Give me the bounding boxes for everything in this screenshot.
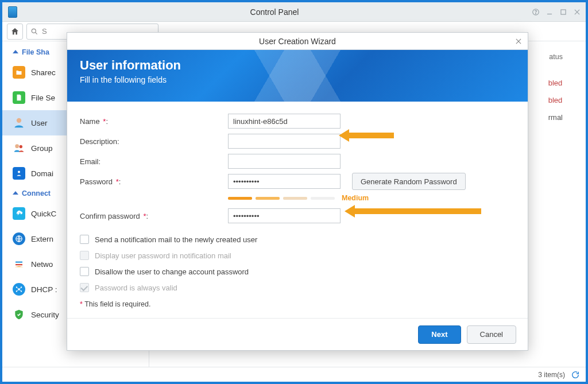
- label-name: Name *:: [80, 117, 228, 126]
- checkbox-checked-icon: [80, 283, 89, 292]
- checkbox-password-always-valid: Password is always valid: [80, 280, 515, 296]
- confirm-password-input[interactable]: [228, 208, 341, 223]
- cancel-button[interactable]: Cancel: [467, 325, 516, 344]
- svg-point-11: [18, 171, 20, 173]
- control-panel-window: Control Panel S: [0, 0, 588, 384]
- minimize-icon[interactable]: [546, 8, 554, 16]
- table-row[interactable]: bled: [548, 92, 563, 109]
- window-title: Control Panel: [17, 7, 532, 17]
- group-icon: [13, 142, 25, 154]
- footer: 3 item(s): [2, 367, 586, 382]
- checkbox-display-password: Display user password in notification ma…: [80, 247, 515, 263]
- password-strength-label: Medium: [342, 194, 369, 202]
- description-input[interactable]: [228, 134, 341, 149]
- titlebar: Control Panel: [2, 2, 586, 22]
- svg-point-10: [20, 145, 22, 148]
- file-services-icon: [13, 91, 25, 104]
- checkbox-notify-user[interactable]: Send a notification mail to the newly cr…: [80, 231, 515, 247]
- svg-point-1: [536, 13, 536, 14]
- svg-rect-3: [561, 9, 566, 14]
- name-input[interactable]: [228, 114, 341, 129]
- close-icon[interactable]: [573, 8, 581, 16]
- user-creation-wizard: User Creation Wizard User information Fi…: [67, 32, 528, 351]
- maximize-icon[interactable]: [559, 8, 567, 16]
- help-icon[interactable]: [532, 8, 540, 16]
- folder-shared-icon: [13, 66, 25, 79]
- modal-body: Name *: Description: Email: Password *: …: [67, 102, 528, 318]
- password-strength-meter: Medium: [228, 193, 515, 203]
- domain-icon: [13, 167, 25, 180]
- dhcp-icon: [13, 283, 25, 296]
- svg-point-6: [32, 29, 36, 33]
- search-icon: [30, 28, 38, 36]
- modal-titlebar: User Creation Wizard: [67, 33, 528, 50]
- banner-heading: User information: [80, 58, 515, 73]
- app-logo-icon: [8, 6, 17, 18]
- email-input[interactable]: [228, 154, 341, 169]
- required-hint: * This field is required.: [80, 300, 515, 308]
- checkbox-disallow-change[interactable]: Disallow the user to change account pass…: [80, 263, 515, 280]
- table-row[interactable]: bled: [548, 75, 563, 92]
- search-placeholder: S: [42, 27, 47, 36]
- next-button[interactable]: Next: [418, 325, 461, 344]
- password-input[interactable]: [228, 174, 341, 189]
- user-icon: [13, 117, 25, 129]
- label-email: Email:: [80, 157, 228, 166]
- network-icon: [13, 258, 25, 270]
- banner-subtitle: Fill in the following fields: [80, 75, 515, 84]
- refresh-icon[interactable]: [571, 370, 580, 379]
- chevron-up-icon: [13, 50, 18, 53]
- checkbox-icon: [80, 235, 89, 244]
- home-button[interactable]: [7, 24, 23, 40]
- svg-point-9: [15, 144, 19, 148]
- globe-icon: [13, 232, 25, 245]
- shield-icon: [13, 308, 25, 321]
- modal-banner: User information Fill in the following f…: [67, 50, 528, 102]
- table-row[interactable]: rmal: [548, 109, 563, 126]
- checkbox-icon: [80, 267, 89, 276]
- generate-password-button[interactable]: Generate Random Password: [352, 173, 466, 190]
- quickconnect-icon: [13, 207, 25, 220]
- checkbox-icon: [80, 251, 89, 260]
- svg-line-7: [35, 32, 37, 34]
- modal-close-button[interactable]: [513, 36, 524, 47]
- svg-point-8: [17, 118, 21, 123]
- label-password: Password *:: [80, 177, 228, 186]
- column-header-status: atus: [549, 53, 563, 61]
- status-column: bled bled rmal: [548, 75, 563, 126]
- label-confirm: Confirm password *:: [80, 212, 228, 220]
- item-count: 3 item(s): [538, 371, 565, 379]
- modal-footer: Next Cancel: [67, 318, 528, 350]
- chevron-up-icon: [13, 191, 18, 195]
- label-description: Description:: [80, 137, 228, 146]
- modal-title: User Creation Wizard: [259, 37, 336, 46]
